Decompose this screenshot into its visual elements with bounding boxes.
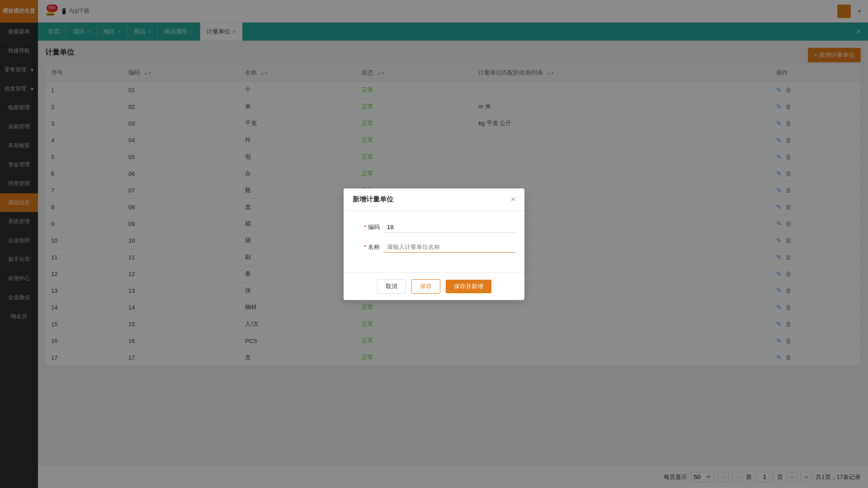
add-unit-modal: 新增计量单位 × 编码 名称 取消 保存 保存并新增 [344, 188, 524, 300]
modal-title: 新增计量单位 [353, 195, 393, 204]
name-input[interactable] [384, 242, 515, 253]
modal-footer: 取消 保存 保存并新增 [344, 272, 524, 300]
modal-overlay[interactable]: 新增计量单位 × 编码 名称 取消 保存 保存并新增 [0, 0, 868, 488]
cancel-button[interactable]: 取消 [377, 279, 406, 294]
code-field-row: 编码 [353, 222, 515, 233]
code-input[interactable] [384, 222, 515, 233]
name-field-row: 名称 [353, 242, 515, 253]
modal-body: 编码 名称 [344, 211, 524, 272]
save-button[interactable]: 保存 [411, 279, 440, 294]
name-field-label: 名称 [353, 243, 380, 251]
modal-close-button[interactable]: × [510, 195, 515, 204]
modal-header: 新增计量单位 × [344, 188, 524, 211]
code-field-label: 编码 [353, 223, 380, 231]
save-and-new-button[interactable]: 保存并新增 [446, 280, 491, 293]
